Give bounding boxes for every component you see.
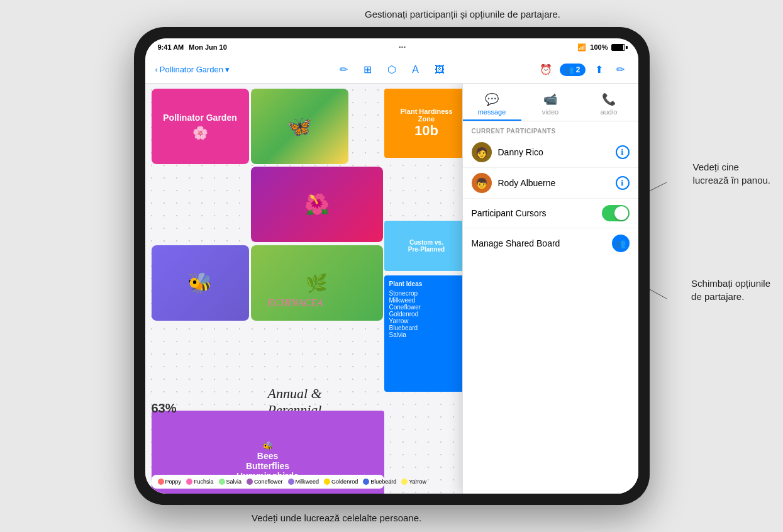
legend-item-8: Yarrow — [401, 479, 426, 485]
sticky-blue-item-7: Salvia — [389, 331, 464, 338]
sticky-custom-vs: Custom vs.Pre-Planned — [384, 221, 469, 271]
back-label: Pollinator Garden — [160, 65, 223, 74]
video-icon: 📹 — [543, 92, 557, 106]
history-button[interactable]: ⏰ — [538, 62, 553, 77]
legend-label-coneflower: Coneflower — [254, 479, 283, 485]
ipad-frame: 9:41 AM Mon Jun 10 ··· 📶 100% ‹ P — [134, 27, 650, 505]
shape-tool-button[interactable]: ⬡ — [384, 62, 399, 77]
annotation-right-top: Vedeți cinelucrează în panou. — [693, 160, 770, 187]
tab-video[interactable]: 📹 video — [521, 89, 580, 121]
manage-label: Manage Shared Board — [472, 238, 612, 248]
draw-tool-button[interactable]: ✏ — [336, 62, 352, 77]
annotation-bottom: Vedeți unde lucrează celelalte persoane. — [252, 511, 421, 524]
back-chevron-icon: ‹ — [155, 65, 158, 74]
toolbar: ‹ Pollinator Garden ▾ ✏ ⊞ ⬡ A 🖼 ⏰ 👥 — [145, 56, 638, 84]
participant-info-danny[interactable]: ℹ — [616, 145, 630, 159]
dropdown-arrow-icon: ▾ — [225, 65, 230, 74]
tab-audio[interactable]: 📞 audio — [580, 89, 638, 121]
legend-item-1: Poppy — [158, 479, 182, 485]
legend-item-5: Milkweed — [288, 479, 319, 485]
back-button[interactable]: ‹ Pollinator Garden ▾ — [155, 65, 230, 74]
legend-label-bluebeard: Bluebeard — [370, 479, 396, 485]
status-date: Mon Jun 10 — [189, 43, 227, 51]
participant-cursors-toggle[interactable] — [602, 205, 630, 221]
text-tool-button[interactable]: A — [408, 62, 423, 77]
participants-icon: 👥 — [565, 65, 574, 74]
legend-dot-goldenrod — [324, 479, 330, 485]
sticky-blue-item-5: Yarrow — [389, 318, 464, 324]
sticky-blue-item-6: Bluebeard — [389, 324, 464, 331]
tab-video-label: video — [542, 108, 558, 116]
handwriting-echinacea: ECHINACEA — [268, 297, 323, 309]
sticky-blue-title: Plant Ideas — [389, 280, 464, 287]
status-dots: ··· — [399, 42, 406, 52]
legend-label-yarrow: Yarrow — [409, 479, 426, 485]
main-content: Pollinator Garden 🌸 🦋 🐝 🌺 — [145, 84, 638, 494]
legend-dot-fuchsia — [186, 479, 192, 485]
popup-panel: 💬 message 📹 video 📞 audio CUR — [462, 84, 638, 494]
grid-tool-button[interactable]: ⊞ — [360, 62, 375, 77]
participants-count: 2 — [576, 65, 580, 74]
legend-dot-milkweed — [288, 479, 294, 485]
flowers-photo: 🌺 — [251, 167, 383, 242]
battery-percent: 100% — [590, 43, 608, 51]
legend-dot-yarrow — [401, 479, 408, 485]
share-button[interactable]: ⬆ — [592, 62, 607, 77]
herbs-icon: 🌿 — [306, 273, 328, 294]
legend-dot-salvia — [219, 479, 225, 485]
toggle-label: Participant Cursors — [472, 208, 602, 218]
legend-item-6: Goldenrod — [324, 479, 358, 485]
progress-value: 63% — [152, 401, 177, 415]
flowers-icon: 🌺 — [304, 192, 330, 216]
progress-badge: 63% — [152, 401, 177, 416]
legend-dot-coneflower — [247, 479, 253, 485]
toggle-row: Participant Cursors — [463, 199, 638, 228]
manage-icon[interactable]: 👥 — [612, 235, 630, 252]
tab-message-label: message — [478, 108, 506, 116]
ipad-screen: 9:41 AM Mon Jun 10 ··· 📶 100% ‹ P — [145, 38, 638, 494]
sticky-line1: Plant Hardiness — [400, 108, 452, 115]
legend-label-salvia: Salvia — [226, 479, 242, 485]
sticky-blue-item-1: Stonecrop — [389, 290, 464, 297]
sticky-teal-text: Custom vs.Pre-Planned — [408, 239, 445, 253]
sticky-blue-item-2: Milkweed — [389, 297, 464, 304]
annotation-top: Gestionați participanții și opțiunile de… — [365, 8, 560, 21]
title-card-text: Pollinator Garden — [163, 113, 236, 123]
avatar-rody: 👦 — [472, 173, 492, 193]
legend-dot-bluebeard — [363, 479, 369, 485]
herbs-photo: 🌿 — [251, 245, 383, 321]
legend-item-2: Fuchsia — [186, 479, 214, 485]
participants-button[interactable]: 👥 2 — [560, 64, 586, 76]
sticky-blue-item-3: Coneflower — [389, 304, 464, 311]
legend-item-7: Bluebeard — [363, 479, 396, 485]
legend-label-fuchsia: Fuchsia — [194, 479, 214, 485]
sticky-line2: Zone — [418, 115, 435, 123]
participant-info-rody[interactable]: ℹ — [616, 176, 630, 190]
image-tool-button[interactable]: 🖼 — [432, 62, 447, 77]
edit-button[interactable]: ✏ — [613, 62, 628, 77]
legend-item-4: Coneflower — [247, 479, 283, 485]
tab-message[interactable]: 💬 message — [463, 89, 521, 121]
message-icon: 💬 — [485, 92, 499, 106]
legend-label-goldenrod: Goldenrod — [331, 479, 358, 485]
toggle-knob — [614, 206, 628, 220]
status-time: 9:41 AM — [158, 43, 184, 51]
title-card-bee-icon: 🌸 — [192, 125, 208, 140]
sticky-plant-hardiness: Plant Hardiness Zone 10b — [384, 89, 469, 158]
manage-row[interactable]: Manage Shared Board 👥 — [463, 228, 638, 258]
scene: Gestionați participanții și opțiunile de… — [0, 0, 783, 532]
annotation-right-bottom: Schimbați opțiunilede partajare. — [691, 277, 770, 303]
phone-icon: 📞 — [602, 92, 616, 106]
butterfly-photo: 🦋 — [251, 89, 348, 164]
legend-row: Poppy Fuchsia Salvia Coneflower — [152, 475, 384, 489]
avatar-danny: 🧑 — [472, 142, 492, 162]
butterfly-icon: 🦋 — [287, 114, 312, 138]
sticky-plant-ideas: Plant Ideas Stonecrop Milkweed Coneflowe… — [384, 275, 469, 392]
participant-name-danny: Danny Rico — [498, 147, 609, 157]
sticky-line3: 10b — [414, 123, 438, 139]
legend-item-3: Salvia — [219, 479, 242, 485]
legend-label-poppy: Poppy — [165, 479, 182, 485]
status-bar: 9:41 AM Mon Jun 10 ··· 📶 100% — [145, 38, 638, 56]
popup-tabs: 💬 message 📹 video 📞 audio — [463, 84, 638, 121]
tab-audio-label: audio — [601, 108, 618, 116]
